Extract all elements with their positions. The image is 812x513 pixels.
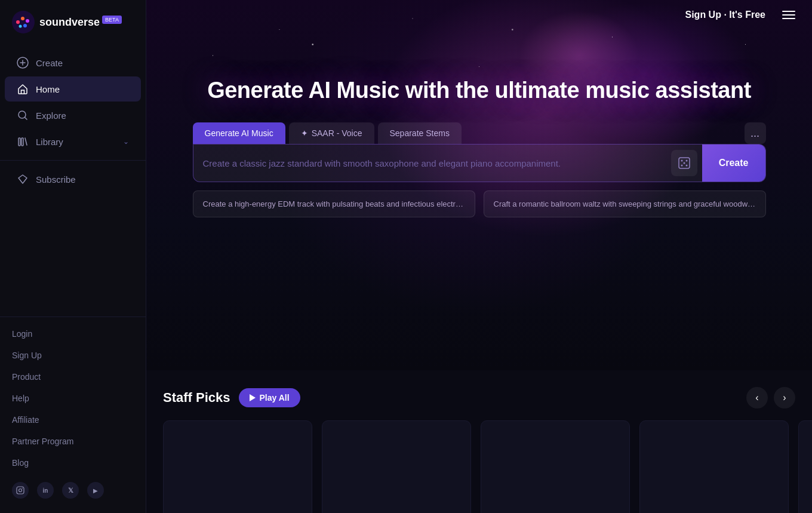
sidebar-item-subscribe-label: Subscribe	[36, 174, 76, 185]
sidebar-item-explore[interactable]: Explore	[5, 103, 141, 128]
hero-title: Generate AI Music with the ultimate musi…	[207, 78, 751, 103]
blog-label: Blog	[12, 458, 29, 468]
staff-picks-cards	[163, 420, 795, 513]
svg-point-14	[681, 160, 682, 162]
linkedin-icon[interactable]: in	[37, 482, 54, 499]
svg-point-12	[22, 488, 23, 489]
header-signup-button[interactable]: Sign Up · It's Free	[685, 10, 766, 20]
main-content: Sign Up · It's Free Generate AI Music wi…	[146, 0, 812, 513]
svg-point-1	[16, 20, 20, 24]
main-nav: Create Home Explore Library ⌄	[0, 44, 146, 198]
dice-button[interactable]	[671, 150, 697, 176]
svg-rect-8	[19, 138, 20, 146]
home-icon	[17, 83, 29, 95]
hero-section: Generate AI Music with the ultimate musi…	[146, 0, 812, 370]
bottom-divider	[0, 317, 146, 317]
logo-beta: BETA	[102, 16, 122, 24]
header: Sign Up · It's Free	[146, 0, 812, 30]
sidebar-item-explore-label: Explore	[36, 110, 66, 121]
staff-picks-title: Staff Picks	[163, 390, 230, 406]
svg-point-18	[683, 162, 685, 164]
search-icon	[17, 109, 29, 121]
tab-generate-ai-music[interactable]: Generate AI Music	[193, 122, 285, 144]
sidebar-item-home[interactable]: Home	[5, 76, 141, 102]
play-all-button[interactable]: Play All	[239, 388, 300, 407]
staff-picks-section: Staff Picks Play All ‹ ›	[146, 370, 812, 513]
tab-saar-voice[interactable]: ✦ SAAR - Voice	[289, 122, 374, 144]
bottom-link-product[interactable]: Product	[0, 366, 146, 388]
logo-text-area: soundverseBETA	[39, 16, 122, 29]
bottom-link-partner[interactable]: Partner Program	[0, 431, 146, 452]
svg-point-4	[23, 24, 27, 27]
tab-more-button[interactable]: ...	[745, 122, 766, 144]
library-chevron-icon: ⌄	[123, 137, 129, 146]
menu-bar-2	[782, 14, 795, 16]
affiliate-label: Affiliate	[12, 415, 39, 425]
prev-arrow-button[interactable]: ‹	[746, 387, 768, 408]
help-label: Help	[12, 394, 29, 403]
play-all-label: Play All	[260, 393, 290, 403]
sidebar-item-subscribe[interactable]: Subscribe	[5, 167, 141, 192]
diamond-icon	[17, 173, 29, 185]
youtube-icon[interactable]: ▶	[87, 482, 104, 499]
svg-point-2	[21, 17, 24, 20]
staff-pick-card-2[interactable]	[322, 420, 471, 513]
suggestion-chip-edm[interactable]: Create a high-energy EDM track with puls…	[193, 191, 475, 217]
create-button[interactable]: Create	[702, 145, 765, 182]
svg-point-11	[19, 489, 22, 492]
svg-point-5	[19, 25, 22, 28]
library-icon	[17, 136, 29, 148]
bottom-link-help[interactable]: Help	[0, 388, 146, 409]
svg-rect-9	[21, 138, 23, 146]
staff-pick-card-4[interactable]	[639, 420, 789, 513]
staff-picks-header: Staff Picks Play All ‹ ›	[163, 387, 795, 408]
suggestion-chips: Create a high-energy EDM track with puls…	[193, 191, 766, 217]
nav-arrows: ‹ ›	[746, 387, 795, 408]
staff-pick-card-3[interactable]	[481, 420, 630, 513]
tab-separate-stems[interactable]: Separate Stems	[378, 122, 462, 144]
partner-label: Partner Program	[12, 437, 73, 446]
bottom-link-signup[interactable]: Sign Up	[0, 345, 146, 366]
bottom-link-affiliate[interactable]: Affiliate	[0, 409, 146, 431]
sidebar-item-create-label: Create	[36, 58, 63, 68]
bottom-link-blog[interactable]: Blog	[0, 452, 146, 474]
hero-controls: Generate AI Music ✦ SAAR - Voice Separat…	[193, 122, 766, 217]
sidebar-item-home-label: Home	[36, 84, 60, 94]
svg-rect-10	[17, 487, 24, 494]
staff-picks-left: Staff Picks Play All	[163, 388, 300, 407]
bottom-link-login[interactable]: Login	[0, 323, 146, 345]
play-triangle-icon	[250, 394, 256, 401]
sidebar-item-create[interactable]: Create	[5, 50, 141, 75]
menu-bar-3	[782, 18, 795, 19]
logo-text: soundverse	[39, 16, 100, 28]
sidebar-bottom: Login Sign Up Product Help Affiliate Par…	[0, 305, 146, 513]
library-row: Library ⌄	[36, 137, 129, 147]
logo-area: soundverseBETA	[0, 0, 146, 44]
prompt-box: Create	[193, 144, 766, 182]
hamburger-menu-button[interactable]	[780, 8, 798, 21]
soundverse-logo-icon	[12, 11, 35, 33]
twitter-x-icon[interactable]: 𝕏	[62, 482, 79, 499]
svg-point-16	[681, 165, 682, 167]
sidebar-item-library-label: Library	[36, 137, 63, 147]
staff-pick-card-5-partial[interactable]	[798, 420, 812, 513]
sidebar: soundverseBETA Create Home Explore	[0, 0, 146, 513]
svg-point-3	[26, 19, 29, 23]
plus-circle-icon	[17, 57, 29, 69]
staff-pick-card-1[interactable]	[163, 420, 312, 513]
menu-bar-1	[782, 11, 795, 12]
sidebar-item-library[interactable]: Library ⌄	[5, 129, 141, 154]
nav-divider	[0, 160, 146, 161]
prompt-input[interactable]	[193, 146, 671, 180]
suggestion-chip-waltz[interactable]: Craft a romantic ballroom waltz with swe…	[484, 191, 766, 217]
signup-label: Sign Up	[12, 351, 42, 360]
product-label: Product	[12, 372, 41, 382]
tab-bar: Generate AI Music ✦ SAAR - Voice Separat…	[193, 122, 766, 144]
sparkle-icon: ✦	[301, 128, 308, 138]
next-arrow-button[interactable]: ›	[774, 387, 795, 408]
tab-saar-label: SAAR - Voice	[312, 128, 362, 138]
social-icons-row: in 𝕏 ▶	[0, 474, 146, 507]
svg-point-17	[685, 165, 687, 167]
instagram-icon[interactable]	[12, 482, 29, 499]
login-label: Login	[12, 329, 32, 339]
